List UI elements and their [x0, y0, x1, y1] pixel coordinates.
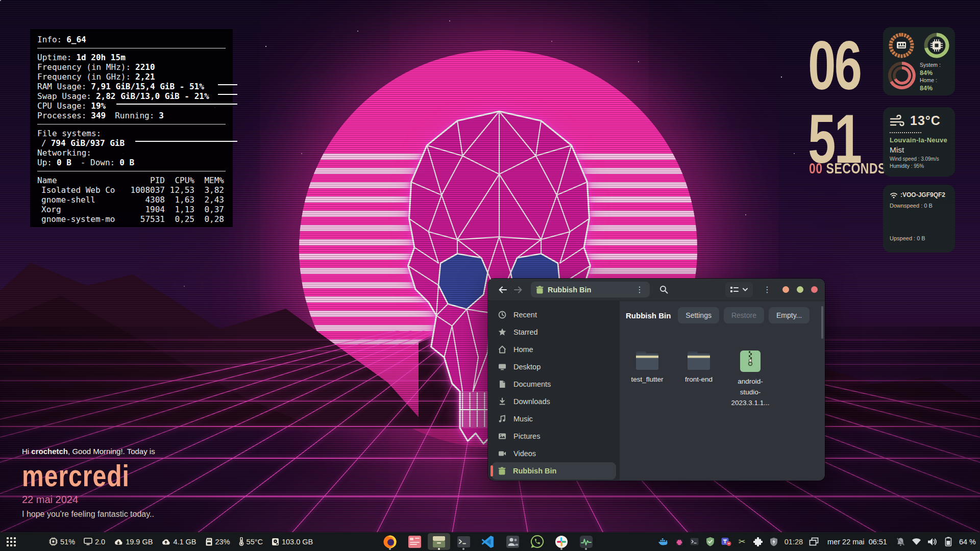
- home-label: Home :: [920, 77, 937, 83]
- divider: [37, 124, 226, 124]
- divider: [37, 171, 226, 171]
- content-heading: Rubbish Bin: [626, 311, 671, 320]
- sidebar-item-desktop[interactable]: Desktop: [488, 358, 620, 375]
- file-item-test-flutter[interactable]: test_flutter: [626, 350, 669, 409]
- shield-check-icon[interactable]: [705, 536, 716, 547]
- running-indicator: [585, 548, 587, 550]
- settings-button[interactable]: Settings: [678, 307, 719, 323]
- close-button[interactable]: [811, 286, 818, 293]
- dock-system-monitor[interactable]: [575, 533, 597, 550]
- dock-terminal[interactable]: [452, 533, 475, 550]
- file-item-android-studio-archive[interactable]: android- studio- 2023.3.1.1...: [729, 350, 772, 409]
- minimize-button[interactable]: [782, 286, 789, 293]
- star-icon: [498, 328, 506, 336]
- freq-mhz-label: Frequency (in MHz):: [37, 62, 131, 72]
- forward-button[interactable]: [510, 282, 526, 297]
- sidebar-item-documents[interactable]: Documents: [488, 375, 620, 393]
- view-toggle[interactable]: [725, 282, 753, 297]
- scissors-icon[interactable]: ✂: [737, 536, 747, 547]
- window-menu-icon[interactable]: ⋮: [761, 286, 773, 294]
- trash-toolbar: Rubbish Bin Settings Restore Empty...: [620, 307, 825, 323]
- desktop: Info:6_64 Uptime:1d 20h 15m Frequency (i…: [0, 0, 980, 551]
- stat-net-up[interactable]: 4.1 GB: [161, 538, 196, 546]
- sidebar-item-music[interactable]: Music: [488, 410, 620, 428]
- back-button[interactable]: [495, 282, 510, 297]
- tray-clock[interactable]: mer 22 mai 06:51: [827, 538, 887, 546]
- download-arrow-icon: [498, 397, 506, 406]
- downspeed: Downspeed : 0 B: [890, 203, 948, 209]
- teams-tray-icon[interactable]: [721, 536, 731, 547]
- stat-cpu[interactable]: 51%: [49, 537, 75, 546]
- cpu-chip-icon: [49, 537, 58, 546]
- workspace-switcher-icon[interactable]: [808, 536, 819, 547]
- display-icon: [84, 538, 92, 545]
- swap-bar: [218, 94, 237, 98]
- system-label: System :: [920, 62, 941, 68]
- slack-icon: [555, 535, 568, 548]
- stat-load[interactable]: 2.0: [84, 538, 105, 546]
- file-item-front-end[interactable]: front-end: [677, 350, 720, 409]
- stat-temperature[interactable]: 55°C: [239, 537, 263, 546]
- wind-speed: Wind speed : 3.09m/s: [890, 156, 948, 162]
- wind-icon: [890, 115, 905, 127]
- dock-teams[interactable]: [501, 533, 524, 550]
- zip-archive-icon: [739, 350, 762, 372]
- empty-trash-button[interactable]: Empty...: [769, 307, 810, 323]
- dock-text-editor[interactable]: [403, 533, 426, 550]
- dock-vscode[interactable]: [477, 533, 499, 550]
- dock-firefox[interactable]: [379, 533, 401, 550]
- wifi-icon: [890, 191, 898, 198]
- stat-memory[interactable]: 23%: [205, 538, 230, 546]
- sidebar-item-recent[interactable]: Recent: [488, 306, 620, 323]
- extension-puzzle-icon[interactable]: [753, 536, 763, 547]
- battery-percent[interactable]: 64 %: [959, 538, 976, 546]
- terminal-tray-icon[interactable]: [690, 536, 700, 547]
- cloud-upload-icon: [161, 538, 170, 545]
- screenshot-tray-icon[interactable]: [674, 536, 684, 547]
- battery-icon[interactable]: [943, 536, 953, 547]
- location-pill[interactable]: Rubbish Bin ⋮: [531, 282, 650, 297]
- sidebar-item-videos[interactable]: Videos: [488, 445, 620, 462]
- shield-bolt-icon[interactable]: [769, 536, 779, 547]
- folder-icon: [687, 350, 710, 370]
- stat-net-down[interactable]: 19.9 GB: [114, 538, 153, 546]
- freq-ghz-value: 2,21: [135, 72, 155, 82]
- video-camera-icon: [498, 449, 506, 458]
- docker-icon[interactable]: [658, 536, 668, 547]
- dock-whatsapp[interactable]: [526, 533, 548, 550]
- sidebar-item-starred[interactable]: Starred: [488, 323, 620, 341]
- freq-mhz-value: 2210: [135, 62, 155, 72]
- cpu-gauge: [922, 31, 951, 60]
- search-button[interactable]: [656, 282, 671, 297]
- restore-button[interactable]: Restore: [724, 307, 764, 323]
- location-menu-icon[interactable]: ⋮: [633, 286, 646, 294]
- files-sidebar: Recent Starred Home Desktop Documents: [488, 301, 620, 480]
- weather-condition: Mist: [890, 145, 948, 155]
- sidebar-item-rubbish-bin[interactable]: Rubbish Bin: [492, 462, 616, 480]
- net-down-label: - Down:: [81, 158, 115, 167]
- maximize-button[interactable]: [797, 286, 803, 293]
- weather-widget: 13°C Louvain-la-Neuve Mist Wind speed : …: [883, 107, 955, 177]
- conky-system-panel: Info:6_64 Uptime:1d 20h 15m Frequency (i…: [30, 29, 233, 227]
- scrollbar[interactable]: [821, 306, 823, 339]
- dock-files[interactable]: [428, 533, 450, 550]
- info-value: 6_64: [66, 35, 86, 44]
- cloud-download-icon: [114, 538, 123, 545]
- running-indicator: [438, 548, 440, 550]
- tray-timer[interactable]: 01:28: [785, 538, 803, 546]
- sidebar-item-pictures[interactable]: Pictures: [488, 428, 620, 445]
- process-row: Isolated Web Co 1008037 12,53 3,82: [37, 185, 226, 195]
- memory-icon: [897, 42, 906, 48]
- wifi-icon[interactable]: [912, 536, 922, 547]
- app-grid-button[interactable]: [6, 537, 16, 547]
- picture-icon: [498, 432, 506, 440]
- volume-icon[interactable]: [927, 536, 938, 547]
- greeting-message: I hope you're feeling fantastic today..: [22, 510, 155, 519]
- dock-slack[interactable]: [550, 533, 573, 550]
- sidebar-item-home[interactable]: Home: [488, 341, 620, 358]
- stat-disk[interactable]: 103.0 GB: [272, 538, 313, 546]
- sidebar-item-downloads[interactable]: Downloads: [488, 393, 620, 410]
- notifications-muted-icon[interactable]: [896, 536, 906, 547]
- file-grid: test_flutter front-end: [626, 350, 772, 409]
- vscode-icon: [481, 535, 495, 548]
